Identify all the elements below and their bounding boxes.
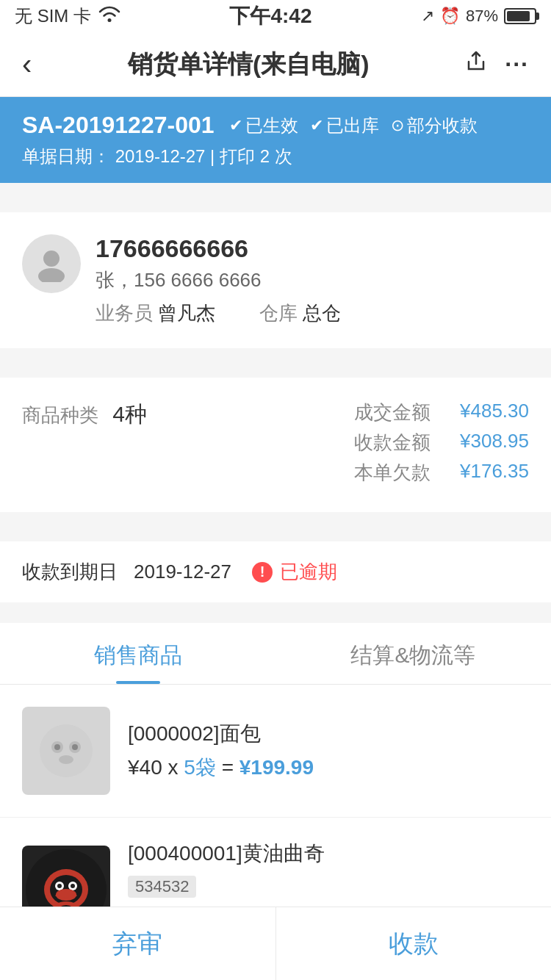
status-badges: ✔ 已生效 ✔ 已出库 ⊙ 部分收款 (229, 114, 478, 137)
back-button[interactable]: ‹ (22, 48, 32, 81)
sales-name: 曾凡杰 (158, 302, 215, 324)
category-count: 4种 (112, 402, 147, 426)
svg-point-13 (57, 884, 62, 888)
time-display: 下午4:42 (229, 2, 311, 30)
overdue-text: 已逾期 (280, 559, 337, 585)
order-date: 2019-12-27 (115, 146, 206, 166)
svg-point-2 (40, 724, 93, 777)
product-item: [0000002]面包 ¥40 x 5袋 = ¥199.99 (0, 685, 551, 818)
svg-point-5 (54, 744, 60, 750)
tab-products[interactable]: 销售商品 (0, 623, 276, 684)
warehouse-label: 仓库 (259, 302, 298, 324)
transaction-amount: ¥485.30 (460, 400, 529, 425)
more-icon[interactable]: ··· (505, 51, 529, 78)
svg-point-6 (72, 744, 78, 750)
tabs: 销售商品 结算&物流等 (0, 623, 551, 685)
confirm-button[interactable]: 收款 (276, 907, 552, 980)
svg-point-14 (71, 884, 75, 888)
sales-label: 业务员 (96, 302, 153, 324)
page-title: 销货单详情(来自电脑) (128, 48, 370, 82)
category-label: 商品种类 (22, 404, 98, 426)
summary-section: 商品种类 4种 成交金额 ¥485.30 收款金额 ¥308.95 本单欠款 ¥… (0, 378, 551, 512)
check-icon-2: ✔ (310, 116, 323, 135)
nav-bar: ‹ 销货单详情(来自电脑) ··· (0, 32, 551, 97)
customer-meta: 业务员 曾凡杰 仓库 总仓 (96, 300, 529, 326)
product-detail-1: [0000002]面包 ¥40 x 5袋 = ¥199.99 (128, 720, 529, 782)
customer-id: 17666666666 (96, 234, 529, 263)
due-amount-row: 本单欠款 ¥176.35 (354, 460, 529, 486)
svg-point-0 (43, 251, 60, 267)
product-price-1: ¥40 x 5袋 = ¥199.99 (128, 754, 529, 782)
status-left: 无 SIM 卡 (15, 4, 120, 28)
status-partial: ⊙ 部分收款 (391, 114, 478, 137)
order-date-row: 单据日期： 2019-12-27 | 打印 2 次 (22, 145, 529, 168)
overdue-badge: ! 已逾期 (252, 559, 337, 585)
summary-right: 成交金额 ¥485.30 收款金额 ¥308.95 本单欠款 ¥176.35 (354, 400, 529, 490)
status-right: ↗ ⏰ 87% (421, 7, 536, 26)
due-amount: ¥176.35 (460, 460, 529, 486)
divider-4 (0, 602, 551, 611)
due-date-label: 收款到期日 (22, 559, 118, 585)
warehouse-name: 总仓 (303, 302, 341, 324)
cancel-button[interactable]: 弃审 (0, 907, 276, 980)
price-total-1: ¥199.99 (240, 756, 314, 779)
date-label: 单据日期： (22, 146, 110, 166)
sales-info: 业务员 曾凡杰 (96, 300, 215, 326)
order-header: SA-20191227-001 ✔ 已生效 ✔ 已出库 ⊙ 部分收款 单据日期：… (0, 97, 551, 183)
received-amount: ¥308.95 (460, 430, 529, 455)
due-amount-label: 本单欠款 (354, 460, 431, 486)
status-bar: 无 SIM 卡 下午4:42 ↗ ⏰ 87% (0, 0, 551, 32)
product-name-2: [000400001]黄油曲奇 (128, 840, 529, 868)
nav-actions: ··· (465, 51, 529, 79)
product-tag-2: 534532 (128, 876, 196, 898)
check-icon-1: ✔ (229, 116, 242, 135)
received-label: 收款金额 (354, 430, 431, 455)
tab-settlement[interactable]: 结算&物流等 (276, 623, 551, 684)
alarm-icon: ⏰ (440, 7, 460, 26)
transaction-label: 成交金额 (354, 400, 431, 425)
battery-indicator (504, 8, 536, 24)
share-icon[interactable] (465, 51, 487, 79)
customer-section: 17666666666 张，156 6666 6666 业务员 曾凡杰 仓库 总… (0, 212, 551, 348)
customer-name-phone: 张，156 6666 6666 (96, 267, 529, 293)
divider-1 (0, 183, 551, 198)
warehouse-info: 仓库 总仓 (259, 300, 341, 326)
divider-2 (0, 348, 551, 363)
due-date-value: 2019-12-27 (134, 561, 231, 583)
svg-point-1 (38, 268, 65, 282)
divider-3 (0, 512, 551, 527)
overdue-icon: ! (252, 562, 273, 583)
summary-left: 商品种类 4种 (22, 400, 147, 430)
category-row: 商品种类 4种 (22, 400, 147, 430)
product-name-1: [0000002]面包 (128, 720, 529, 748)
status-shipped: ✔ 已出库 (310, 114, 379, 137)
transaction-row: 成交金额 ¥485.30 (354, 400, 529, 425)
customer-info: 17666666666 张，156 6666 6666 业务员 曾凡杰 仓库 总… (96, 234, 529, 326)
price-qty-1: 5袋 (184, 756, 216, 779)
received-row: 收款金额 ¥308.95 (354, 430, 529, 455)
location-icon: ↗ (421, 7, 434, 26)
avatar (22, 234, 81, 293)
due-date-section: 收款到期日 2019-12-27 ! 已逾期 (0, 541, 551, 602)
wifi-icon (98, 6, 120, 26)
print-unit: 次 (275, 146, 292, 166)
carrier-text: 无 SIM 卡 (15, 4, 91, 28)
clock-icon: ⊙ (391, 116, 404, 135)
print-separator: | (210, 146, 220, 166)
status-effective: ✔ 已生效 (229, 114, 298, 137)
print-label: 打印 (220, 146, 255, 166)
price-base-1: ¥40 (128, 756, 162, 779)
product-thumbnail-1 (22, 707, 110, 795)
bottom-bar: 弃审 收款 (0, 907, 551, 980)
svg-point-7 (59, 755, 73, 764)
battery-percent: 87% (466, 7, 498, 26)
order-id: SA-20191227-001 (22, 112, 215, 139)
